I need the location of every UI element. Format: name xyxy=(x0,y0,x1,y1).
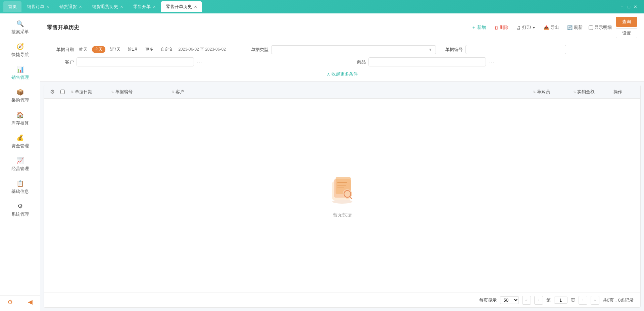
prev-page-button[interactable]: ‹ xyxy=(534,296,543,305)
sidebar-item-operations[interactable]: 📈 经营管理 xyxy=(2,154,38,175)
delete-icon: 🗑 xyxy=(494,25,498,30)
tab-retail-open-history[interactable]: 零售开单历史 ✕ xyxy=(161,1,202,12)
date-yesterday[interactable]: 昨天 xyxy=(77,46,90,53)
page-title-row: 零售开单历史 ＋ 新增 🗑 删除 🖨 打印 ▼ xyxy=(47,17,637,41)
print-button[interactable]: 🖨 打印 ▼ xyxy=(514,23,538,32)
export-button[interactable]: 📤 导出 xyxy=(542,23,561,32)
col-guide[interactable]: ⇅ 导购员 xyxy=(530,89,570,95)
date-7days[interactable]: 近7天 xyxy=(107,46,123,53)
date-custom[interactable]: 自定义 xyxy=(158,46,176,53)
maximize-button[interactable]: □ xyxy=(628,4,630,9)
sidebar-item-base[interactable]: 📋 基础信息 xyxy=(2,176,38,198)
print-label: 打印 xyxy=(522,24,531,31)
top-bar: 首页 销售订单 ✕ 销货退货 ✕ 销货退货历史 ✕ 零售开单 ✕ 零售开单历史 … xyxy=(0,0,644,13)
last-page-button[interactable]: » xyxy=(591,296,599,305)
sort-icon: ⇅ xyxy=(71,90,73,94)
page-number-input[interactable] xyxy=(554,297,567,304)
sidebar-item-finance[interactable]: 💰 资金管理 xyxy=(2,131,38,152)
tab-sales-return-close[interactable]: ✕ xyxy=(79,5,82,9)
operations-icon: 📈 xyxy=(16,157,24,164)
pagination-bar: 每页显示 50 10 20 100 « ‹ 第 页 › » 共0页，0条记录 xyxy=(44,293,640,307)
sidebar-item-purchase-label: 采购管理 xyxy=(11,97,29,103)
sidebar-item-sales-label: 销售管理 xyxy=(11,74,29,81)
search-icon: 🔍 xyxy=(16,20,24,28)
filter-number-input[interactable] xyxy=(465,45,566,54)
first-page-button[interactable]: « xyxy=(522,296,531,305)
table-settings-icon[interactable]: ⚙ xyxy=(47,89,57,95)
sidebar-item-sales[interactable]: 📊 销售管理 xyxy=(2,62,38,84)
total-info: 共0页，0条记录 xyxy=(603,297,634,303)
sidebar-item-base-label: 基础信息 xyxy=(11,189,29,195)
filter-number-label: 单据编号 xyxy=(443,47,463,53)
tab-retail-open-history-label: 零售开单历史 xyxy=(166,4,192,10)
sidebar-item-search[interactable]: 🔍 搜索采单 xyxy=(2,17,38,38)
col-customer-label: 客户 xyxy=(176,89,184,95)
tab-sales-return-history[interactable]: 销货退货历史 ✕ xyxy=(87,1,128,12)
sidebar: 🔍 搜索采单 🧭 快捷导航 📊 销售管理 📦 采购管理 🏠 库存核算 💰 资金管… xyxy=(0,13,40,311)
filter-date-field: 单据日期 昨天 今天 近7天 近1月 更多 自定义 2023-06-02 至 2… xyxy=(54,46,242,53)
minimize-button[interactable]: － xyxy=(620,4,624,10)
sales-icon: 📊 xyxy=(16,66,24,73)
tab-home[interactable]: 首页 xyxy=(3,1,21,12)
filter-goods-dots[interactable]: ··· xyxy=(489,59,495,65)
date-today[interactable]: 今天 xyxy=(92,46,105,53)
filter-customer-dots[interactable]: ··· xyxy=(197,59,203,65)
sidebar-item-inventory[interactable]: 🏠 库存核算 xyxy=(2,108,38,129)
filter-type-select[interactable]: ▼ xyxy=(271,45,436,54)
window-controls: － □ ✕ xyxy=(620,4,641,10)
tab-retail-open-history-close[interactable]: ✕ xyxy=(194,5,197,9)
filter-type-arrow-icon: ▼ xyxy=(428,47,432,52)
nav-icon: 🧭 xyxy=(16,43,24,50)
query-button[interactable]: 查询 xyxy=(616,17,637,27)
col-customer[interactable]: ⇅ 客户 xyxy=(168,89,530,95)
date-1month[interactable]: 近1月 xyxy=(125,46,141,53)
delete-button[interactable]: 🗑 删除 xyxy=(492,23,510,32)
col-number[interactable]: ⇅ 单据编号 xyxy=(108,89,168,95)
date-more[interactable]: 更多 xyxy=(143,46,156,53)
sort-icon-guide: ⇅ xyxy=(533,90,536,94)
filter-customer-input[interactable] xyxy=(77,57,194,66)
export-icon: 📤 xyxy=(544,25,549,30)
date-shortcuts: 昨天 今天 近7天 近1月 更多 自定义 xyxy=(77,46,176,53)
print-icon: 🖨 xyxy=(516,25,521,30)
tab-sales-order-close[interactable]: ✕ xyxy=(46,5,49,9)
col-amount[interactable]: ⇅ 实销金额 xyxy=(570,89,610,95)
inventory-icon: 🏠 xyxy=(16,111,24,119)
col-ops-label: 操作 xyxy=(613,89,622,95)
collapse-button[interactable]: ∧ 收起更多条件 xyxy=(54,70,631,79)
display-toggle[interactable]: 显示明细 xyxy=(589,24,612,31)
sidebar-item-system[interactable]: ⚙ 系统管理 xyxy=(2,199,38,221)
sidebar-item-nav[interactable]: 🧭 快捷导航 xyxy=(2,40,38,61)
per-page-select[interactable]: 50 10 20 100 xyxy=(500,296,519,304)
refresh-button[interactable]: 🔄 刷新 xyxy=(565,23,585,32)
page-header: 零售开单历史 ＋ 新增 🗑 删除 🖨 打印 ▼ xyxy=(40,13,644,82)
add-button[interactable]: ＋ 新增 xyxy=(469,23,488,32)
tab-retail-open[interactable]: 零售开单 ✕ xyxy=(129,1,160,12)
tab-retail-open-close[interactable]: ✕ xyxy=(153,5,156,9)
tab-sales-return-history-close[interactable]: ✕ xyxy=(120,5,123,9)
filter-area: 单据日期 昨天 今天 近7天 近1月 更多 自定义 2023-06-02 至 2… xyxy=(47,41,637,81)
col-date[interactable]: ⇅ 单据日期 xyxy=(67,89,108,95)
sort-icon-customer: ⇅ xyxy=(171,90,174,94)
close-button[interactable]: ✕ xyxy=(634,4,637,9)
delete-label: 删除 xyxy=(500,24,508,31)
filter-goods-input[interactable] xyxy=(368,57,486,66)
sidebar-bottom: ⚙ ◀ xyxy=(0,295,40,308)
display-checkbox[interactable] xyxy=(589,25,593,30)
table-select-all[interactable] xyxy=(57,90,67,94)
tab-sales-order[interactable]: 销售订单 ✕ xyxy=(22,1,54,12)
settings-button[interactable]: 设置 xyxy=(616,28,637,38)
sidebar-item-system-label: 系统管理 xyxy=(11,211,29,217)
filter-number-field: 单据编号 xyxy=(443,45,631,54)
tab-bar: 首页 销售订单 ✕ 销货退货 ✕ 销货退货历史 ✕ 零售开单 ✕ 零售开单历史 … xyxy=(3,1,620,12)
select-all-checkbox[interactable] xyxy=(60,90,65,94)
tab-sales-return-history-label: 销货退货历史 xyxy=(92,4,118,10)
tab-sales-return[interactable]: 销货退货 ✕ xyxy=(55,1,87,12)
sidebar-settings-icon[interactable]: ⚙ xyxy=(7,298,13,306)
sidebar-collapse-icon[interactable]: ◀ xyxy=(28,298,33,306)
sidebar-item-purchase[interactable]: 📦 采购管理 xyxy=(2,85,38,107)
empty-illustration xyxy=(326,173,359,207)
next-page-button[interactable]: › xyxy=(579,296,587,305)
col-number-label: 单据编号 xyxy=(115,89,133,95)
tab-retail-open-label: 零售开单 xyxy=(133,4,151,10)
